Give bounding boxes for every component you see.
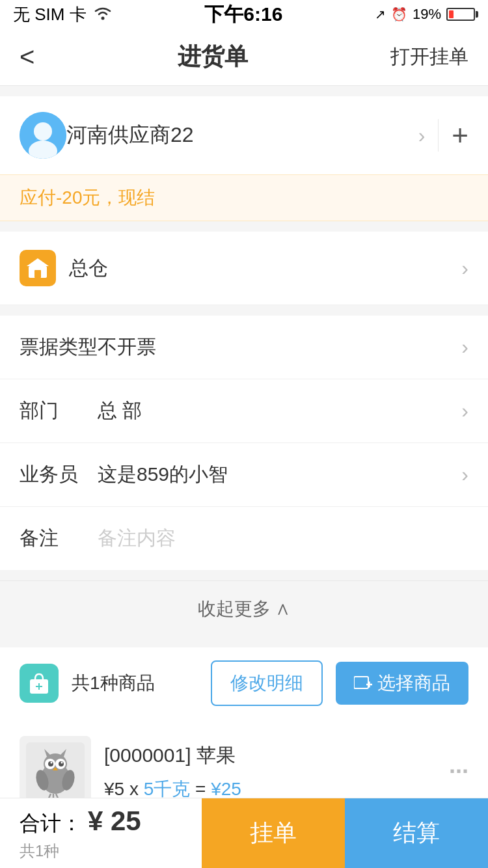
svg-point-0 bbox=[101, 16, 104, 20]
chevron-icon: › bbox=[461, 335, 468, 359]
page-title: 进货单 bbox=[178, 41, 248, 73]
svg-point-23 bbox=[61, 762, 63, 764]
svg-rect-10 bbox=[354, 677, 368, 688]
qty-value: 5千克 bbox=[144, 779, 191, 799]
vertical-divider bbox=[438, 119, 439, 152]
hang-button[interactable]: 挂单 bbox=[202, 798, 345, 869]
notice-text: 应付-20元，现结 bbox=[20, 187, 155, 208]
remark-input[interactable]: 备注内容 bbox=[98, 525, 176, 552]
product-more-button[interactable]: ··· bbox=[449, 758, 468, 785]
dept-value: 总 部 bbox=[98, 398, 461, 424]
warehouse-name: 总仓 bbox=[69, 255, 461, 282]
staff-row[interactable]: 业务员 这是859的小智 › bbox=[0, 443, 488, 507]
nav-bar: < 进货单 打开挂单 bbox=[0, 29, 488, 86]
line-total: ¥25 bbox=[211, 779, 241, 799]
settle-button[interactable]: 结算 bbox=[345, 798, 488, 869]
product-bag-icon bbox=[20, 664, 59, 703]
invoice-value: 不开票 bbox=[98, 334, 461, 360]
product-count: 共1种商品 bbox=[72, 671, 198, 696]
select-product-label: 选择商品 bbox=[377, 671, 450, 696]
total-line: 合计： ¥ 25 bbox=[20, 806, 182, 838]
equals-sign: = bbox=[195, 779, 211, 799]
dept-row[interactable]: 部门 总 部 › bbox=[0, 379, 488, 443]
carrier-label: 无 SIM 卡 bbox=[13, 3, 87, 26]
chevron-icon: › bbox=[418, 124, 426, 148]
location-icon: ↗ bbox=[375, 7, 386, 22]
product-name: [0000001] 苹果 bbox=[104, 742, 449, 769]
total-amount: ¥ 25 bbox=[88, 806, 141, 836]
remark-label: 备注 bbox=[20, 525, 98, 552]
svg-point-22 bbox=[51, 762, 53, 764]
status-time: 下午6:16 bbox=[204, 1, 282, 28]
invoice-row[interactable]: 票据类型 不开票 › bbox=[0, 316, 488, 379]
svg-rect-6 bbox=[34, 270, 41, 278]
notice-bar: 应付-20元，现结 bbox=[0, 174, 488, 221]
staff-label: 业务员 bbox=[20, 461, 98, 488]
back-button[interactable]: < bbox=[20, 42, 34, 72]
invoice-label: 票据类型 bbox=[20, 334, 98, 360]
unit-price: ¥5 x bbox=[104, 779, 144, 799]
warehouse-section: 总仓 › bbox=[0, 232, 488, 305]
wifi-icon bbox=[93, 5, 113, 25]
product-code: [0000001] bbox=[104, 744, 197, 766]
edit-detail-button[interactable]: 修改明细 bbox=[211, 660, 323, 706]
form-section: 票据类型 不开票 › 部门 总 部 › 业务员 这是859的小智 › 备注 备注… bbox=[0, 316, 488, 570]
status-bar: 无 SIM 卡 下午6:16 ↗ ⏰ 19% bbox=[0, 0, 488, 29]
battery-icon bbox=[446, 8, 475, 21]
warehouse-icon bbox=[20, 250, 56, 286]
staff-value: 这是859的小智 bbox=[98, 461, 461, 488]
supplier-section: 河南供应商22 › + 应付-20元，现结 bbox=[0, 96, 488, 221]
svg-point-2 bbox=[34, 122, 52, 141]
supplier-name: 河南供应商22 bbox=[66, 121, 418, 150]
status-right: ↗ ⏰ 19% bbox=[375, 6, 475, 23]
open-hang-button[interactable]: 打开挂单 bbox=[390, 44, 468, 70]
product-section: 共1种商品 修改明细 选择商品 bbox=[0, 647, 488, 823]
chevron-icon: › bbox=[461, 256, 468, 280]
select-product-button[interactable]: 选择商品 bbox=[336, 662, 468, 705]
supplier-row[interactable]: 河南供应商22 › + bbox=[0, 96, 488, 174]
status-left: 无 SIM 卡 bbox=[13, 3, 113, 26]
add-supplier-button[interactable]: + bbox=[452, 119, 468, 152]
remark-row[interactable]: 备注 备注内容 bbox=[0, 507, 488, 570]
product-header: 共1种商品 修改明细 选择商品 bbox=[0, 647, 488, 719]
bottom-bar: 合计： ¥ 25 共1种 挂单 结算 bbox=[0, 798, 488, 868]
warehouse-row[interactable]: 总仓 › bbox=[0, 232, 488, 305]
collapse-label: 收起更多 ∧ bbox=[198, 599, 291, 619]
alarm-icon: ⏰ bbox=[391, 7, 407, 22]
battery-label: 19% bbox=[413, 6, 441, 23]
chevron-icon: › bbox=[461, 463, 468, 487]
supplier-avatar bbox=[20, 112, 66, 159]
dept-label: 部门 bbox=[20, 398, 98, 424]
chevron-icon: › bbox=[461, 399, 468, 423]
svg-marker-5 bbox=[27, 258, 49, 266]
product-title: 苹果 bbox=[197, 744, 236, 766]
total-label: 合计： bbox=[20, 811, 82, 835]
total-section: 合计： ¥ 25 共1种 bbox=[0, 806, 202, 861]
total-count: 共1种 bbox=[20, 841, 182, 861]
product-info: [0000001] 苹果 ¥5 x 5千克 = ¥25 bbox=[104, 742, 449, 802]
collapse-bar[interactable]: 收起更多 ∧ bbox=[0, 580, 488, 637]
product-thumbnail: 管+ bbox=[20, 736, 91, 807]
